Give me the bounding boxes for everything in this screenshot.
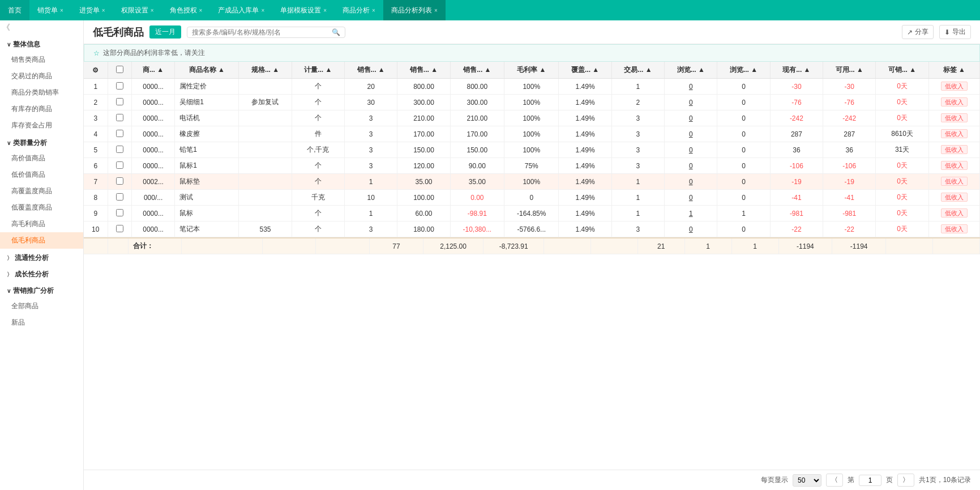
sidebar-group-cluster[interactable]: ∨ 类群量分析	[0, 134, 83, 150]
nav-sales[interactable]: 销货单 ×	[29, 0, 71, 20]
sidebar-item-all-goods[interactable]: 全部商品	[0, 298, 83, 314]
row-trade[interactable]: 0	[665, 142, 717, 158]
nav-home[interactable]: 首页	[0, 0, 29, 20]
th-settings[interactable]: ⚙	[84, 62, 108, 79]
share-button[interactable]: ↗ 分享	[902, 25, 934, 39]
sidebar-item-low-coverage[interactable]: 低覆盖度商品	[0, 199, 83, 216]
th-unit[interactable]: 计量... ▲	[292, 62, 344, 79]
row-select-checkbox[interactable]	[116, 161, 123, 169]
row-select-checkbox[interactable]	[116, 225, 123, 232]
row-checkbox[interactable]	[108, 79, 131, 95]
sidebar-item-capital[interactable]: 库存资金占用	[0, 117, 83, 134]
row-checkbox[interactable]	[108, 174, 131, 190]
row-name[interactable]: 吴细细1	[175, 95, 239, 110]
th-stock[interactable]: 现有... ▲	[770, 62, 823, 79]
row-select-checkbox[interactable]	[116, 98, 123, 105]
th-coverage[interactable]: 覆盖... ▲	[559, 62, 611, 79]
close-icon[interactable]: ×	[323, 7, 327, 14]
row-name[interactable]: 测试	[175, 190, 239, 206]
row-name[interactable]: 鼠标1	[175, 158, 239, 174]
row-select-checkbox[interactable]	[116, 82, 123, 90]
nav-product-analysis[interactable]: 商品分析 ×	[335, 0, 383, 20]
sidebar-collapse-btn[interactable]: 《	[0, 20, 12, 35]
sidebar-item-traded-goods[interactable]: 交易过的商品	[0, 68, 83, 84]
row-name[interactable]: 鼠标	[175, 206, 239, 221]
nav-purchase[interactable]: 进货单 ×	[71, 0, 113, 20]
row-trade[interactable]: 0	[665, 95, 717, 110]
row-select-checkbox[interactable]	[116, 130, 123, 137]
th-amount[interactable]: 销售... ▲	[450, 62, 504, 79]
row-name[interactable]: 电话机	[175, 110, 239, 126]
sidebar-item-low-margin[interactable]: 低毛利商品	[0, 232, 83, 249]
nav-product-in[interactable]: 产成品入库单 ×	[210, 0, 272, 20]
th-name[interactable]: 商品名称 ▲	[175, 62, 239, 79]
row-checkbox[interactable]	[108, 158, 131, 174]
close-icon[interactable]: ×	[199, 7, 203, 14]
sidebar-group-marketing[interactable]: ∨ 营销推广分析	[0, 282, 83, 298]
row-trade[interactable]: 0	[665, 79, 717, 95]
close-icon[interactable]: ×	[102, 7, 105, 14]
close-icon[interactable]: ×	[261, 7, 264, 14]
close-icon[interactable]: ×	[60, 7, 63, 14]
th-trade[interactable]: 交易... ▲	[611, 62, 664, 79]
row-checkbox[interactable]	[108, 126, 131, 142]
row-select-checkbox[interactable]	[116, 209, 123, 216]
row-select-checkbox[interactable]	[116, 193, 123, 201]
sidebar-item-category-rate[interactable]: 商品分类助销率	[0, 84, 83, 101]
row-checkbox[interactable]	[108, 190, 131, 206]
row-name[interactable]: 鼠标垫	[175, 174, 239, 190]
select-all-checkbox[interactable]	[116, 66, 123, 73]
th-days[interactable]: 可销... ▲	[876, 62, 928, 79]
sidebar-item-low-value[interactable]: 低价值商品	[0, 167, 83, 183]
nav-template[interactable]: 单据模板设置 ×	[272, 0, 335, 20]
per-page-select[interactable]: 50 20 100	[793, 474, 821, 487]
row-name[interactable]: 橡皮擦	[175, 126, 239, 142]
row-checkbox[interactable]	[108, 142, 131, 158]
sidebar-item-inventory-goods[interactable]: 有库存的商品	[0, 101, 83, 117]
search-icon[interactable]: 🔍	[332, 28, 340, 36]
sidebar-group-overall[interactable]: ∨ 整体信息	[0, 35, 83, 52]
search-input[interactable]	[192, 28, 329, 36]
row-checkbox[interactable]	[108, 221, 131, 237]
th-tag[interactable]: 标签 ▲	[928, 62, 979, 79]
sidebar-item-high-margin[interactable]: 高毛利商品	[0, 216, 83, 232]
th-spec[interactable]: 规格... ▲	[239, 62, 292, 79]
row-select-checkbox[interactable]	[116, 114, 123, 121]
row-name[interactable]: 笔记本	[175, 221, 239, 237]
row-checkbox[interactable]	[108, 110, 131, 126]
row-name[interactable]: 铅笔1	[175, 142, 239, 158]
row-trade[interactable]: 0	[665, 158, 717, 174]
th-browse2[interactable]: 浏览... ▲	[717, 62, 770, 79]
row-select-checkbox[interactable]	[116, 177, 123, 185]
sidebar-item-sales-goods[interactable]: 销售类商品	[0, 52, 83, 68]
th-code[interactable]: 商... ▲	[131, 62, 174, 79]
row-name[interactable]: 属性定价	[175, 79, 239, 95]
row-select-checkbox[interactable]	[116, 146, 123, 153]
th-margin-rate[interactable]: 毛利率 ▲	[504, 62, 559, 79]
page-input[interactable]	[859, 475, 881, 486]
sidebar-item-high-coverage[interactable]: 高覆盖度商品	[0, 183, 83, 199]
period-button[interactable]: 近一月	[149, 25, 181, 39]
prev-page-btn[interactable]: 〈	[826, 474, 843, 487]
th-avail[interactable]: 可用... ▲	[823, 62, 876, 79]
sidebar-group-liquidity[interactable]: 〉 流通性分析	[0, 249, 83, 265]
nav-product-analysis-list[interactable]: 商品分析列表 ×	[383, 0, 446, 20]
close-icon[interactable]: ×	[434, 7, 438, 14]
row-checkbox[interactable]	[108, 95, 131, 110]
nav-role[interactable]: 角色授权 ×	[162, 0, 211, 20]
next-page-btn[interactable]: 〉	[897, 474, 914, 487]
th-browse1[interactable]: 浏览... ▲	[665, 62, 717, 79]
nav-permission[interactable]: 权限设置 ×	[113, 0, 162, 20]
row-checkbox[interactable]	[108, 206, 131, 221]
row-trade[interactable]: 1	[665, 206, 717, 221]
row-trade[interactable]: 0	[665, 221, 717, 237]
th-qty[interactable]: 销售... ▲	[344, 62, 397, 79]
close-icon[interactable]: ×	[372, 7, 375, 14]
row-trade[interactable]: 0	[665, 174, 717, 190]
sidebar-group-growth[interactable]: 〉 成长性分析	[0, 265, 83, 282]
th-price[interactable]: 销售... ▲	[397, 62, 450, 79]
sidebar-item-new-goods[interactable]: 新品	[0, 314, 83, 331]
row-trade[interactable]: 0	[665, 190, 717, 206]
row-trade[interactable]: 0	[665, 110, 717, 126]
close-icon[interactable]: ×	[151, 7, 154, 14]
